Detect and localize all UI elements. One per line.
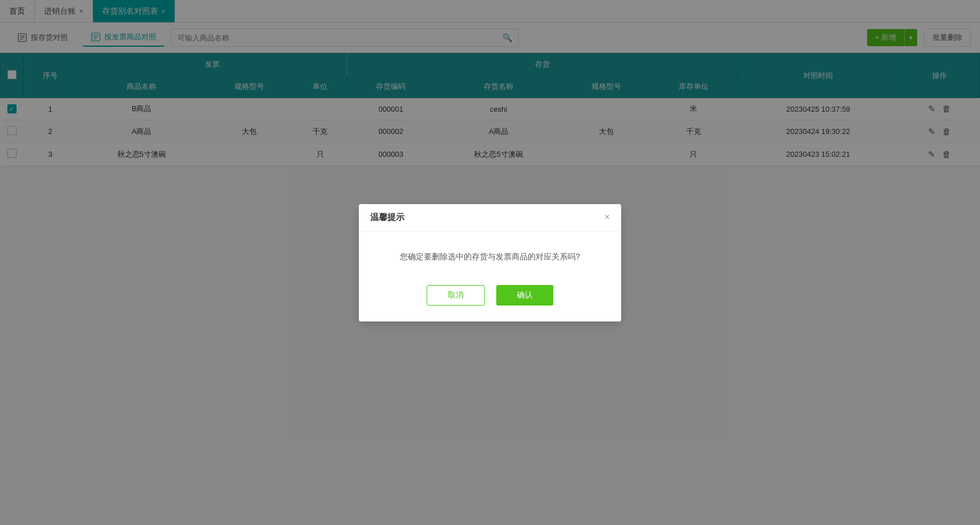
modal-overlay: 温馨提示 × 您确定要删除选中的存货与发票商品的对应关系吗? 取消 确认 — [0, 0, 980, 166]
